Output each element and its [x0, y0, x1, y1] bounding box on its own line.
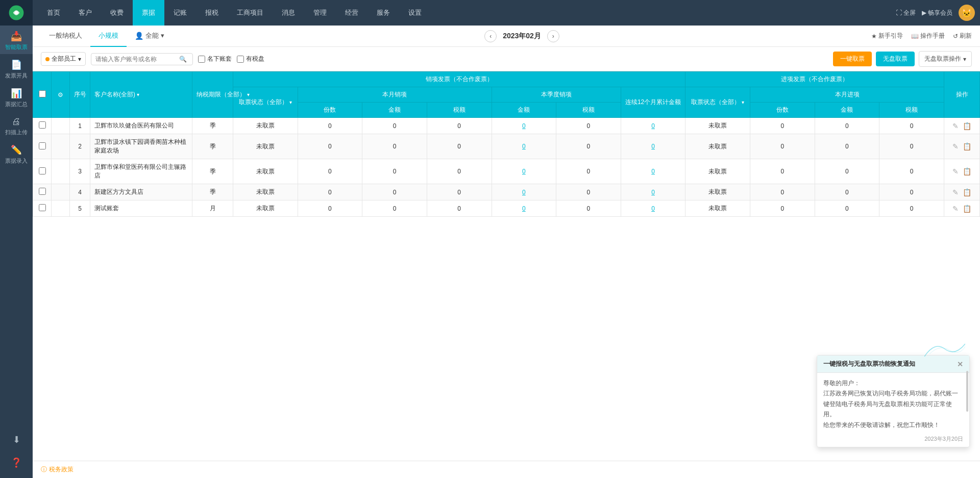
nav-manage[interactable]: 管理 [304, 0, 336, 26]
sidebar-item-invoice-open[interactable]: 📄 发票开具 [0, 54, 33, 83]
filter-icon[interactable]: ▾ [742, 99, 744, 105]
filter-icon[interactable]: ▾ [247, 92, 250, 97]
nav-collection[interactable]: 收费 [101, 0, 133, 26]
detail-icon-0[interactable]: 📋 [963, 122, 971, 130]
fullscreen-btn[interactable]: ⛶ 全屏 [896, 9, 916, 17]
row-p-amount-2: 0 [815, 159, 879, 184]
nav-bookkeeping[interactable]: 记账 [164, 0, 196, 26]
notif-greeting: 尊敬的用户： [823, 378, 963, 388]
row-sq-tax-4: 0 [556, 200, 621, 217]
filter-icon[interactable]: ▾ [289, 99, 292, 105]
refresh-btn[interactable]: ↺ 刷新 [953, 32, 972, 40]
search-input[interactable] [95, 56, 177, 63]
settings-icon[interactable]: ⚙ [58, 91, 63, 98]
nav-customer[interactable]: 客户 [69, 0, 101, 26]
th-s-quarterly-tax: 税额 [556, 103, 621, 118]
row-checkbox-0[interactable] [39, 121, 46, 129]
row-no-0: 1 [70, 118, 90, 134]
sidebar-item-data-entry[interactable]: ✏️ 票据录入 [0, 139, 33, 168]
detail-icon-2[interactable]: 📋 [963, 167, 971, 175]
taxdisk-checkbox[interactable] [237, 56, 244, 63]
tab-small[interactable]: 小规模 [90, 26, 127, 47]
row-cumulative-2: 0 [621, 159, 685, 184]
period-next-btn[interactable]: › [547, 30, 559, 42]
nav-tax[interactable]: 报税 [196, 0, 228, 26]
invoice-open-icon: 📄 [11, 59, 22, 70]
row-purchase-status-0: 未取票 [685, 118, 750, 134]
detail-icon-3[interactable]: 📋 [963, 188, 971, 196]
edit-icon-0[interactable]: ✎ [952, 122, 959, 130]
edit-icon-2[interactable]: ✎ [952, 167, 959, 175]
subaccount-checkbox[interactable] [198, 56, 205, 63]
nav-invoice[interactable]: 票据 [133, 0, 164, 26]
row-cumulative-4: 0 [621, 200, 685, 217]
info-icon: ⓘ [41, 465, 47, 474]
tab-all[interactable]: 👤 全能 ▾ [127, 26, 173, 47]
row-p-tax-2: 0 [879, 159, 944, 184]
detail-icon-4[interactable]: 📋 [963, 205, 971, 213]
subheader: 一般纳税人 小规模 👤 全能 ▾ ‹ 2023年02月 › ★ 新手引导 📖 操… [33, 26, 980, 47]
row-s-tax-4: 0 [427, 200, 492, 217]
notification-close-btn[interactable]: ✕ [957, 360, 963, 368]
employee-select[interactable]: 全部员工 ▾ [41, 52, 86, 66]
row-sq-amount-4: 0 [492, 200, 556, 217]
member-btn[interactable]: ▶ 畅享会员 [922, 9, 952, 17]
subaccount-filter[interactable]: 名下账套 [198, 55, 232, 63]
app-logo[interactable] [0, 0, 33, 26]
footer-label[interactable]: 税务政策 [49, 465, 74, 474]
detail-icon-1[interactable]: 📋 [963, 142, 971, 150]
row-p-amount-3: 0 [815, 184, 879, 200]
nav-business[interactable]: 工商项目 [228, 0, 273, 26]
new-guide-btn[interactable]: ★ 新手引导 [871, 32, 903, 40]
row-s-count-3: 0 [298, 184, 362, 200]
edit-icon-1[interactable]: ✎ [952, 142, 959, 150]
period-prev-btn[interactable]: ‹ [484, 30, 497, 42]
one-click-fetch-btn[interactable]: 一键取票 [833, 52, 872, 66]
manual-btn[interactable]: 📖 操作手册 [911, 32, 945, 40]
row-no-4: 5 [70, 200, 90, 217]
row-s-tax-0: 0 [427, 118, 492, 134]
avatar[interactable]: 🐱 [959, 5, 975, 21]
row-p-count-0: 0 [750, 118, 815, 134]
sidebar-item-label: 扫描上传 [5, 129, 28, 136]
th-p-monthly-amount: 金额 [815, 103, 879, 118]
play-icon: ▶ [922, 9, 926, 16]
th-purchase-group: 进项发票（不合作废票） [685, 72, 944, 87]
sidebar-item-label: 发票开具 [5, 72, 28, 80]
chevron-down-icon: ▾ [78, 56, 81, 63]
edit-icon-3[interactable]: ✎ [952, 188, 959, 196]
no-disk-ops-btn[interactable]: 无盘取票操作 ▾ [919, 51, 972, 67]
search-icon[interactable]: 🔍 [179, 56, 187, 63]
sidebar-download-btn[interactable]: ⬇ [0, 430, 33, 450]
sidebar-item-smart-fetch[interactable]: 📥 智能取票 [0, 26, 33, 54]
row-action-0: ✎ 📋 [944, 118, 980, 134]
nav-message[interactable]: 消息 [273, 0, 304, 26]
row-period-4: 月 [192, 200, 233, 217]
no-disk-fetch-btn[interactable]: 无盘取票 [876, 52, 915, 66]
row-name-0: 卫辉市玖玖健合医药有限公司 [90, 118, 192, 134]
nav-settings[interactable]: 设置 [399, 0, 431, 26]
edit-icon-4[interactable]: ✎ [952, 205, 959, 213]
row-checkbox-2[interactable] [39, 167, 46, 174]
row-no-3: 4 [70, 184, 90, 200]
taxdisk-filter[interactable]: 有税盘 [237, 55, 264, 63]
sidebar-item-scan-upload[interactable]: 🖨 扫描上传 [0, 111, 33, 139]
sidebar: 📥 智能取票 📄 发票开具 📊 票据汇总 🖨 扫描上传 ✏️ 票据录入 ⬇ ❓ [0, 0, 33, 478]
sidebar-item-invoice-summary[interactable]: 📊 票据汇总 [0, 83, 33, 111]
row-checkbox-1[interactable] [39, 142, 46, 149]
select-all-checkbox[interactable] [39, 90, 46, 97]
filterbar-right: 一键取票 无盘取票 无盘取票操作 ▾ [833, 51, 972, 67]
table-body: 1 卫辉市玖玖健合医药有限公司 季 未取票 0 0 0 0 0 0 未取票 0 … [33, 118, 980, 217]
smart-fetch-icon: 📥 [11, 31, 22, 42]
row-checkbox-3[interactable] [39, 188, 46, 195]
nav-service[interactable]: 服务 [368, 0, 399, 26]
chevron-down-icon: ▾ [963, 56, 966, 63]
tab-general[interactable]: 一般纳税人 [41, 26, 90, 47]
nav-operation[interactable]: 经营 [336, 0, 368, 26]
filter-icon[interactable]: ▾ [137, 92, 139, 97]
row-checkbox-4[interactable] [39, 204, 46, 211]
table-row: 3 卫辉市保和堂医药有限公司主辗路店 季 未取票 0 0 0 0 0 0 未取票… [33, 159, 980, 184]
nav-home[interactable]: 首页 [38, 0, 69, 26]
scrollbar[interactable] [966, 371, 968, 412]
sidebar-help-btn[interactable]: ❓ [0, 452, 33, 473]
